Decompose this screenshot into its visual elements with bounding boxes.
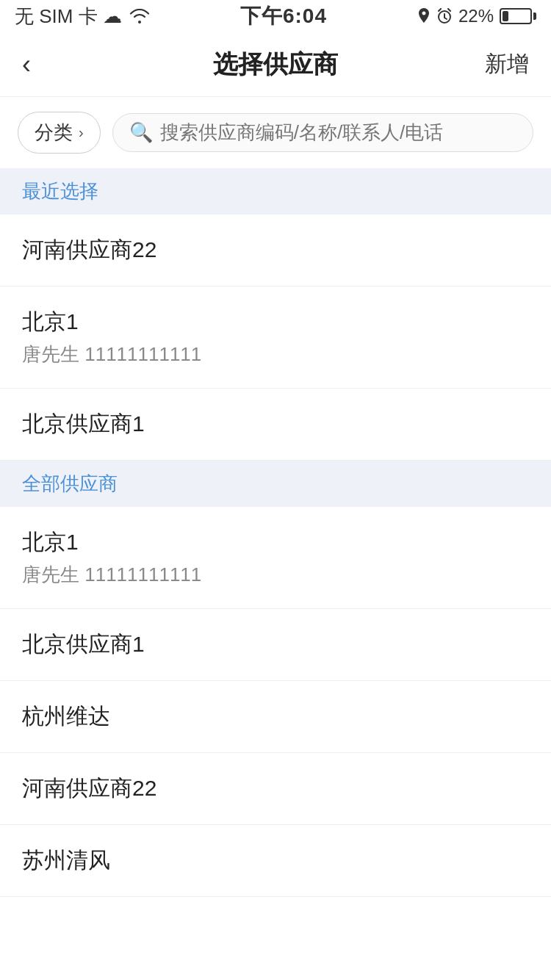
search-box[interactable]: 🔍 bbox=[112, 113, 533, 152]
category-filter[interactable]: 分类 › bbox=[18, 112, 101, 154]
back-button[interactable]: ‹ bbox=[22, 49, 66, 80]
all-section-header: 全部供应商 bbox=[0, 461, 551, 507]
list-item[interactable]: 苏州清风 bbox=[0, 825, 551, 897]
item-sub: 唐先生 11111111111 bbox=[22, 342, 529, 367]
item-name: 北京供应商1 bbox=[22, 630, 529, 660]
item-name: 河南供应商22 bbox=[22, 235, 529, 265]
battery-percent: 22% bbox=[458, 6, 494, 26]
item-name: 北京供应商1 bbox=[22, 409, 529, 439]
list-item[interactable]: 杭州维达 bbox=[0, 681, 551, 753]
recent-items-list: 河南供应商22 北京1 唐先生 11111111111 北京供应商1 bbox=[0, 215, 551, 461]
item-name: 河南供应商22 bbox=[22, 774, 529, 804]
all-items-list: 北京1 唐先生 11111111111 北京供应商1 杭州维达 河南供应商22 … bbox=[0, 507, 551, 897]
svg-line-2 bbox=[444, 18, 447, 19]
status-time: 下午6:04 bbox=[240, 2, 327, 30]
status-left: 无 SIM 卡 ☁ bbox=[15, 4, 150, 29]
status-bar: 无 SIM 卡 ☁ 下午6:04 22% bbox=[0, 0, 551, 32]
item-name: 杭州维达 bbox=[22, 702, 529, 732]
page-title: 选择供应商 bbox=[213, 48, 338, 82]
search-icon: 🔍 bbox=[129, 121, 153, 144]
item-name: 苏州清风 bbox=[22, 846, 529, 876]
all-section-label: 全部供应商 bbox=[22, 472, 118, 494]
list-item[interactable]: 河南供应商22 bbox=[0, 215, 551, 287]
list-item[interactable]: 北京1 唐先生 11111111111 bbox=[0, 507, 551, 609]
item-sub: 唐先生 11111111111 bbox=[22, 562, 529, 588]
battery-indicator bbox=[500, 8, 536, 24]
category-label: 分类 bbox=[35, 120, 73, 145]
svg-line-3 bbox=[439, 9, 441, 11]
item-name: 北京1 bbox=[22, 307, 529, 337]
list-item[interactable]: 北京1 唐先生 11111111111 bbox=[0, 287, 551, 389]
recent-section-header: 最近选择 bbox=[0, 168, 551, 215]
nav-bar: ‹ 选择供应商 新增 bbox=[0, 32, 551, 97]
list-item[interactable]: 北京供应商1 bbox=[0, 389, 551, 461]
chevron-right-icon: › bbox=[79, 124, 84, 141]
add-button[interactable]: 新增 bbox=[485, 49, 529, 79]
list-item[interactable]: 北京供应商1 bbox=[0, 609, 551, 681]
sim-label: 无 SIM 卡 ☁ bbox=[15, 4, 122, 29]
filter-bar: 分类 › 🔍 bbox=[0, 97, 551, 168]
location-icon bbox=[417, 8, 431, 24]
list-item[interactable]: 河南供应商22 bbox=[0, 753, 551, 825]
svg-line-4 bbox=[448, 9, 450, 11]
recent-section-label: 最近选择 bbox=[22, 180, 98, 202]
status-right: 22% bbox=[417, 6, 536, 26]
search-input[interactable] bbox=[160, 121, 516, 144]
wifi-icon bbox=[129, 9, 150, 24]
alarm-icon bbox=[436, 8, 453, 24]
item-name: 北京1 bbox=[22, 527, 529, 558]
